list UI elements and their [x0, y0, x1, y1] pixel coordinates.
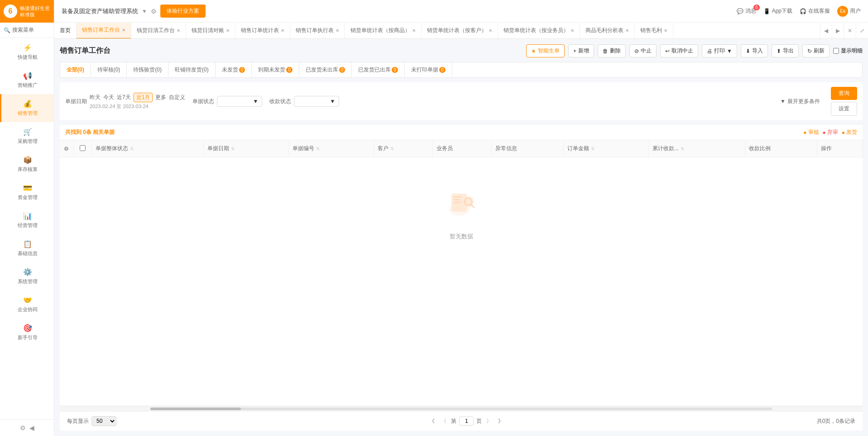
date-option-近1月[interactable]: 近1月 [134, 93, 153, 102]
tab-sales-order[interactable]: 销售订单工作台✕ [77, 23, 131, 39]
tab-sales-by-staff[interactable]: 销货单统计表（按业务员）✕ [498, 23, 580, 39]
tab-maximize-btn[interactable]: ⤢ [856, 23, 868, 39]
cancel-suspend-button[interactable]: ↩ 取消中止 [660, 44, 698, 57]
tab-gross-profit[interactable]: 商品毛利分析表✕ [580, 23, 635, 39]
date-option-昨天[interactable]: 昨天 [90, 94, 101, 101]
tab-sales-exec[interactable]: 销售订单执行表✕ [290, 23, 345, 39]
sidebar-item-operation[interactable]: 📊经营管理 [0, 206, 54, 234]
online-support-item[interactable]: 🎧 在线客服 [800, 7, 830, 15]
tab-close-sales-stats[interactable]: ✕ [281, 28, 284, 33]
import-button[interactable]: ⬇ 导入 [741, 44, 768, 57]
topbar-gear-icon[interactable]: ⚙ [151, 8, 157, 15]
tab-close-sales-by-product[interactable]: ✕ [412, 28, 416, 33]
sidebar-item-quick-nav[interactable]: ⚡快捷导航 [0, 38, 54, 66]
date-option-更多[interactable]: 更多 [155, 94, 166, 101]
col-checkbox[interactable] [73, 140, 91, 157]
set-button[interactable]: 设置 [831, 102, 857, 116]
show-detail-checkbox-label[interactable]: 显示明细 [833, 47, 863, 55]
sidebar-item-finance[interactable]: 💳资金管理 [0, 178, 54, 206]
show-detail-checkbox[interactable] [833, 48, 839, 54]
col-settings[interactable]: ⚙ [60, 140, 73, 157]
tab-close-all-btn[interactable]: ✕ [844, 23, 856, 39]
tab-close-sales-exec[interactable]: ✕ [336, 28, 339, 33]
amount-sort-icon[interactable]: ⇅ [591, 146, 595, 151]
sub-tab-expired-not-shipped[interactable]: 到期未发货0 [252, 62, 299, 77]
refresh-button[interactable]: ↻ 刷新 [802, 44, 830, 57]
tab-close-sales-order[interactable]: ✕ [122, 28, 125, 33]
ship-action-btn[interactable]: ● 发货 [842, 128, 857, 136]
page-size-select[interactable]: 50 100 200 [91, 416, 116, 426]
sidebar-item-sales[interactable]: 💰销售管理 [0, 94, 54, 122]
date-option-近7天[interactable]: 近7天 [117, 94, 131, 101]
review-action-btn[interactable]: ● 审核 [803, 128, 819, 136]
tab-close-sales-profit[interactable]: ✕ [664, 28, 667, 33]
status-select-arrow: ▼ [253, 98, 258, 104]
sub-tab-not-shipped[interactable]: 未发货0 [216, 62, 252, 77]
query-button[interactable]: 查询 [831, 87, 857, 100]
sidebar-item-purchase[interactable]: 🛒采购管理 [0, 122, 54, 150]
scrollbar-thumb[interactable] [150, 408, 241, 410]
next-page-btn[interactable]: 〉 [484, 417, 494, 426]
first-page-btn[interactable]: 《 [427, 417, 436, 426]
tab-home[interactable]: 首页 [54, 23, 77, 39]
collected-sort-icon[interactable]: ⇅ [681, 146, 684, 151]
number-sort-icon[interactable]: ⇅ [316, 146, 320, 151]
export-button[interactable]: ⬆ 导出 [772, 44, 799, 57]
collapse-sidebar-btn[interactable]: ◀ [29, 424, 34, 431]
system-dropdown-icon[interactable]: ▼ [142, 8, 147, 14]
tab-sales-by-customer[interactable]: 销货单统计表（按客户）✕ [422, 23, 498, 39]
status-select[interactable]: ▼ [217, 96, 262, 107]
smart-create-button[interactable]: ★ 智能生单 [526, 44, 565, 57]
sub-tab-shipped-out[interactable]: 已发货已出库0 [352, 62, 405, 77]
sub-tab-shipped-not-out[interactable]: 已发货未出库0 [299, 62, 352, 77]
horizontal-scrollbar[interactable] [60, 406, 863, 411]
prev-page-btn[interactable]: 〈 [439, 417, 448, 426]
select-all-checkbox[interactable] [80, 145, 86, 151]
sidebar-search[interactable]: 🔍 搜索菜单 [0, 23, 54, 38]
sidebar-item-system[interactable]: ⚙️系统管理 [0, 262, 54, 290]
suspend-button[interactable]: ⊘ 中止 [629, 44, 657, 57]
tab-cash-daily[interactable]: 钱货日清工作台✕ [131, 23, 186, 39]
sub-tab-pending-review[interactable]: 待审核(0) [91, 62, 127, 77]
date-option-自定义[interactable]: 自定义 [169, 94, 185, 101]
sub-tab-not-printed[interactable]: 未打印单据0 [405, 62, 452, 77]
sidebar-item-marketing[interactable]: 📢营销推广 [0, 66, 54, 94]
payment-select[interactable]: ▼ [294, 96, 339, 107]
cancel-review-action-btn[interactable]: ● 弃审 [823, 128, 838, 136]
expand-filter-btn[interactable]: ▼ 展开更多条件 [780, 98, 820, 105]
tab-close-sales-by-customer[interactable]: ✕ [489, 28, 492, 33]
sidebar-item-guide[interactable]: 🎯新手引导 [0, 318, 54, 346]
tab-sales-profit[interactable]: 销售毛利✕ [635, 23, 673, 39]
print-button[interactable]: 🖨 打印 ▼ [702, 44, 737, 57]
solution-button[interactable]: 体验行业方案 [160, 5, 206, 18]
sub-tab-pending-inspect[interactable]: 待拣验货(0) [127, 62, 168, 77]
delete-button[interactable]: 🗑 删除 [598, 44, 626, 57]
table-actions: ● 审核 ● 弃审 ● 发货 [803, 128, 857, 136]
tab-scroll-left-btn[interactable]: ◀ [820, 23, 832, 39]
user-item[interactable]: Ea 用户 [837, 6, 861, 17]
tab-close-cash-reconcile[interactable]: ✕ [226, 28, 230, 33]
sub-tab-wangpu-pending[interactable]: 旺铺待发货(0) [168, 62, 216, 77]
sub-tab-all[interactable]: 全部(0) [60, 62, 91, 77]
date-option-今天[interactable]: 今天 [103, 94, 114, 101]
app-download-item[interactable]: 📱 App下载 [763, 7, 792, 15]
tab-scroll-right-btn[interactable]: ▶ [832, 23, 844, 39]
sidebar-item-inventory[interactable]: 📦库存核算 [0, 150, 54, 178]
tab-cash-reconcile[interactable]: 钱货日清对账✕ [186, 23, 235, 39]
tab-sales-stats[interactable]: 销售订单统计表✕ [235, 23, 290, 39]
page-number-input[interactable] [459, 417, 474, 426]
sidebar-item-cooperation[interactable]: 🤝企业协同 [0, 290, 54, 318]
tab-close-cash-daily[interactable]: ✕ [177, 28, 180, 33]
tab-close-sales-by-staff[interactable]: ✕ [571, 28, 574, 33]
status-sort-icon[interactable]: ⇅ [130, 146, 134, 151]
settings-gear-icon[interactable]: ⚙ [20, 424, 26, 431]
tab-close-gross-profit[interactable]: ✕ [625, 28, 629, 33]
tab-sales-by-product[interactable]: 销货单统计表（按商品）✕ [345, 23, 422, 39]
customer-sort-icon[interactable]: ⇅ [390, 146, 394, 151]
date-sort-icon[interactable]: ⇅ [231, 146, 235, 151]
message-item[interactable]: 💬 消息 6 [737, 7, 756, 15]
expand-icon: ▼ [780, 98, 786, 104]
last-page-btn[interactable]: 》 [496, 417, 505, 426]
add-button[interactable]: + 新增 [568, 44, 594, 57]
sidebar-item-basic-info[interactable]: 📋基础信息 [0, 234, 54, 262]
